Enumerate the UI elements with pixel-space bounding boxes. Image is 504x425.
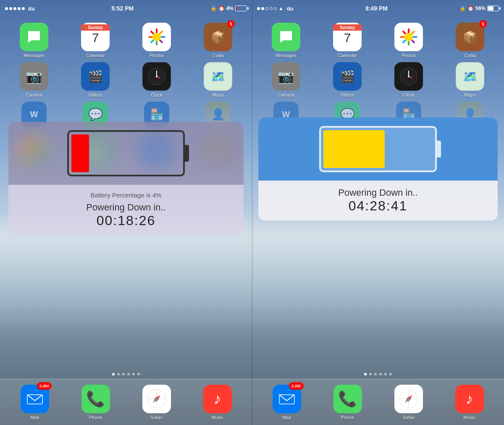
left-app-videos[interactable]: 🎬 Videos bbox=[81, 62, 110, 97]
r-signal-dot-2 bbox=[261, 7, 264, 10]
r-cydia-icon: 5 📦 bbox=[456, 23, 484, 51]
r-maps-icon: 🗺️ bbox=[456, 62, 484, 91]
dot-3 bbox=[122, 373, 125, 375]
dot-6 bbox=[137, 373, 140, 375]
right-dock: 2,382 Mail 📞 Phone Safari ♪ Music bbox=[252, 379, 504, 425]
r-signal-dot-4 bbox=[270, 7, 273, 10]
r-dock-phone[interactable]: 📞 Phone bbox=[333, 385, 362, 420]
left-app-cydia[interactable]: 5 📦 Cydia bbox=[204, 23, 232, 58]
left-battery-pct: 4% bbox=[226, 5, 234, 11]
photos-label: Photos bbox=[150, 53, 164, 58]
r-dock-safari[interactable]: Safari bbox=[394, 385, 423, 420]
r-signal-dot-5 bbox=[274, 7, 277, 10]
camera-label: Camera bbox=[26, 92, 42, 97]
r-messages-icon bbox=[272, 23, 300, 51]
r-dock-music[interactable]: ♪ Music bbox=[455, 385, 484, 420]
right-app-maps[interactable]: 🗺️ Maps bbox=[456, 62, 484, 97]
messages-label: Messages bbox=[24, 53, 45, 58]
signal-dot-3 bbox=[13, 7, 16, 10]
r-dot-6 bbox=[389, 373, 392, 375]
dock-music[interactable]: ♪ Music bbox=[203, 385, 232, 420]
dot-4 bbox=[127, 373, 130, 375]
music-label: Music bbox=[211, 415, 223, 420]
photos-icon bbox=[142, 23, 171, 51]
r-calendar-icon: Sunday 7 bbox=[333, 23, 362, 51]
r-safari-label: Safari bbox=[402, 415, 415, 420]
dock-mail[interactable]: 2,384 Mail bbox=[21, 385, 49, 420]
left-app-clock[interactable]: Clock bbox=[142, 62, 171, 97]
dock-safari[interactable]: Safari bbox=[142, 385, 171, 420]
dot-5 bbox=[132, 373, 135, 375]
right-phone: ▲ du 8:49 PM 🔒 ⏰ 56% Messages Sunday bbox=[252, 0, 504, 425]
mail-badge: 2,384 bbox=[37, 382, 52, 390]
right-wifi-icon: ▲ bbox=[278, 5, 284, 11]
left-app-messages[interactable]: Messages bbox=[20, 23, 48, 58]
left-row1: Messages Sunday 7 Calendar Photos 5 📦 bbox=[3, 23, 249, 58]
left-battery-fill-visual bbox=[71, 134, 89, 172]
left-status-right: 🔒 ⏰ 4% bbox=[210, 5, 247, 11]
left-time: 5:52 PM bbox=[111, 5, 134, 12]
left-battery-visual bbox=[67, 130, 185, 176]
right-app-camera[interactable]: 📷 Camera bbox=[272, 62, 300, 97]
r-photos-icon bbox=[394, 23, 423, 51]
left-status-left: du bbox=[5, 5, 35, 12]
right-app-videos[interactable]: 🎬 Videos bbox=[333, 62, 362, 97]
maps-label: Maps bbox=[213, 92, 224, 97]
right-countdown: 04:28:41 bbox=[267, 198, 489, 214]
right-powering-down: Powering Down in.. bbox=[267, 187, 489, 198]
left-app-camera[interactable]: 📷 Camera bbox=[20, 62, 48, 97]
left-status-bar: du 5:52 PM 🔒 ⏰ 4% bbox=[0, 0, 252, 17]
calendar-label: Calendar bbox=[86, 53, 105, 58]
phone-icon: 📞 bbox=[81, 385, 110, 413]
messages-icon bbox=[20, 23, 48, 51]
r-clock-icon bbox=[394, 62, 423, 91]
left-row2: 📷 Camera 🎬 Videos Clock 🗺️ Ma bbox=[3, 62, 249, 97]
right-app-cydia[interactable]: 5 📦 Cydia bbox=[456, 23, 484, 58]
left-signal bbox=[5, 7, 25, 10]
r-camera-label: Camera bbox=[278, 92, 294, 97]
r-signal-dot-3 bbox=[265, 7, 268, 10]
right-app-messages[interactable]: Messages bbox=[272, 23, 300, 58]
left-app-calendar[interactable]: Sunday 7 Calendar bbox=[81, 23, 110, 58]
right-app-clock[interactable]: Clock bbox=[394, 62, 423, 97]
left-popup-text-section: Battery Percentage is 4% Powering Down i… bbox=[8, 185, 244, 235]
left-page-dots bbox=[0, 373, 252, 375]
right-battery-pct: 56% bbox=[475, 5, 486, 11]
r-dot-4 bbox=[379, 373, 382, 375]
r-calendar-label: Calendar bbox=[338, 53, 357, 58]
dock-phone[interactable]: 📞 Phone bbox=[81, 385, 110, 420]
left-phone: du 5:52 PM 🔒 ⏰ 4% Messages Sunday bbox=[0, 0, 252, 425]
right-battery-fill bbox=[488, 6, 494, 10]
r-safari-icon bbox=[394, 385, 423, 413]
maps-icon: 🗺️ bbox=[204, 62, 232, 91]
r-dot-2 bbox=[369, 373, 372, 375]
cydia-badge: 5 bbox=[227, 20, 235, 28]
r-messages-label: Messages bbox=[276, 53, 297, 58]
left-popup: Battery Percentage is 4% Powering Down i… bbox=[8, 122, 244, 235]
dot-1 bbox=[112, 373, 115, 375]
clock-icon bbox=[142, 62, 171, 91]
safari-icon bbox=[142, 385, 171, 413]
left-popup-battery-section bbox=[8, 122, 244, 185]
clock-label: Clock bbox=[151, 92, 163, 97]
r-cydia-badge: 5 bbox=[479, 20, 487, 28]
right-battery-icon bbox=[487, 5, 499, 11]
left-app-photos[interactable]: Photos bbox=[142, 23, 171, 58]
mail-label: Mail bbox=[30, 415, 39, 420]
right-popup-text-section: Powering Down in.. 04:28:41 bbox=[258, 181, 498, 220]
left-countdown: 00:18:26 bbox=[17, 213, 235, 228]
right-app-calendar[interactable]: Sunday 7 Calendar bbox=[333, 23, 362, 58]
r-dock-mail[interactable]: 2,382 Mail bbox=[273, 385, 301, 420]
svg-point-21 bbox=[404, 33, 413, 41]
left-app-maps[interactable]: 🗺️ Maps bbox=[204, 62, 232, 97]
signal-dot-5 bbox=[22, 7, 25, 10]
r-signal-dot-1 bbox=[257, 7, 260, 10]
right-alarm-icon: ⏰ bbox=[467, 5, 474, 11]
videos-label: Videos bbox=[88, 92, 102, 97]
cydia-label: Cydia bbox=[212, 53, 224, 58]
right-carrier: du bbox=[287, 5, 294, 12]
r-music-label: Music bbox=[463, 415, 475, 420]
r-videos-label: Videos bbox=[340, 92, 354, 97]
right-app-photos[interactable]: Photos bbox=[394, 23, 423, 58]
right-popup: Powering Down in.. 04:28:41 bbox=[258, 118, 498, 220]
